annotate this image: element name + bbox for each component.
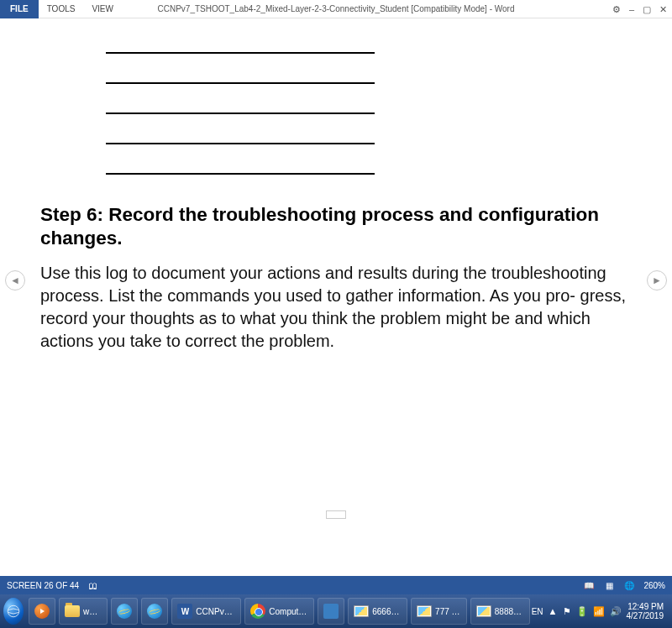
taskbar-ie-2[interactable] — [141, 598, 168, 625]
tray-up-icon[interactable]: ▲ — [549, 606, 558, 616]
taskbar-paint-777[interactable]: 777 - Paint — [411, 598, 467, 625]
taskbar-media-player[interactable] — [29, 598, 55, 625]
taskbar-label: Computer Sci… — [269, 607, 308, 616]
network-icon[interactable]: 📶 — [593, 606, 605, 617]
web-layout-icon[interactable]: 🌐 — [623, 579, 635, 591]
paint-icon — [476, 604, 491, 619]
ribbon-bar: FILE TOOLS VIEW CCNPv7_TSHOOT_Lab4-2_Mix… — [0, 0, 672, 18]
close-button[interactable]: ✕ — [659, 4, 667, 15]
zoom-level[interactable]: 260% — [643, 581, 665, 590]
restore-button[interactable]: ▢ — [643, 4, 651, 15]
taskbar-label: 8888 - Paint — [495, 607, 524, 616]
battery-icon[interactable]: 🔋 — [576, 606, 588, 617]
paint-icon — [354, 604, 369, 619]
read-mode-icon[interactable]: 📖 — [583, 579, 595, 591]
file-tab[interactable]: FILE — [0, 0, 39, 18]
status-bar: SCREEN 26 OF 44 🕮 📖 ▦ 🌐 260% — [0, 576, 672, 594]
step-heading: Step 6: Record the troubleshooting proce… — [40, 203, 632, 250]
window-title: CCNPv7_TSHOOT_Lab4-2_Mixed-Layer-2-3-Con… — [158, 4, 515, 13]
volume-icon[interactable]: 🔊 — [610, 606, 622, 617]
prev-page-button[interactable]: ◄ — [5, 270, 25, 290]
taskbar-app[interactable] — [318, 598, 344, 625]
taskbar-label: CCNPv7_TSH… — [196, 607, 235, 616]
window-controls: ⚙ – ▢ ✕ — [612, 0, 667, 18]
blank-line — [106, 143, 375, 144]
word-icon: W — [177, 604, 192, 619]
language-indicator[interactable]: EN — [532, 607, 543, 616]
minimize-button[interactable]: – — [629, 4, 634, 14]
taskbar-paint-6666[interactable]: 6666 - Paint — [348, 598, 407, 625]
system-tray: EN ▲ ⚑ 🔋 📶 🔊 12:49 PM 4/27/2019 — [532, 602, 669, 620]
view-tab[interactable]: VIEW — [83, 0, 122, 18]
blank-line — [106, 173, 375, 175]
svg-point-0 — [8, 605, 19, 617]
ie-icon — [117, 604, 132, 619]
print-layout-icon[interactable]: ▦ — [603, 579, 615, 591]
step-body: Use this log to document your actions an… — [40, 262, 632, 353]
taskbar-label: 777 - Paint — [435, 607, 461, 616]
clock-time: 12:49 PM — [627, 602, 664, 611]
taskbar-paint-8888[interactable]: 8888 - Paint — [470, 598, 530, 625]
taskbar: week 13 W CCNPv7_TSH… Computer Sci… 6666… — [0, 594, 672, 628]
app-icon — [323, 604, 339, 619]
taskbar-chrome[interactable]: Computer Sci… — [244, 598, 314, 625]
chrome-icon — [250, 604, 265, 619]
taskbar-word[interactable]: W CCNPv7_TSH… — [171, 598, 241, 625]
ie-icon — [147, 604, 162, 619]
windows-logo-icon — [6, 604, 21, 619]
blank-line — [106, 52, 375, 54]
flag-icon[interactable]: ⚑ — [563, 606, 571, 617]
folder-icon — [65, 604, 80, 619]
taskbar-ie[interactable] — [111, 598, 138, 625]
page-break-marker — [326, 510, 346, 519]
screen-count[interactable]: SCREEN 26 OF 44 — [7, 581, 79, 590]
next-page-button[interactable]: ► — [647, 270, 667, 290]
ribbon-display-options-icon[interactable]: ⚙ — [612, 4, 621, 15]
tools-tab[interactable]: TOOLS — [39, 0, 84, 18]
clock-date: 4/27/2019 — [627, 611, 664, 620]
statusbar-icon[interactable]: 🕮 — [87, 579, 99, 591]
document-area: ◄ ► Step 6: Record the troubleshooting p… — [0, 18, 672, 576]
start-button[interactable] — [3, 598, 24, 625]
taskbar-folder-week13[interactable]: week 13 — [59, 598, 108, 625]
paint-icon — [417, 604, 432, 619]
blank-line — [106, 113, 375, 114]
media-player-icon — [34, 604, 50, 619]
taskbar-label: 6666 - Paint — [372, 607, 402, 616]
taskbar-clock[interactable]: 12:49 PM 4/27/2019 — [627, 602, 664, 620]
document-page: Step 6: Record the troubleshooting proce… — [0, 18, 672, 361]
blank-line — [106, 82, 375, 84]
taskbar-label: week 13 — [83, 607, 102, 616]
